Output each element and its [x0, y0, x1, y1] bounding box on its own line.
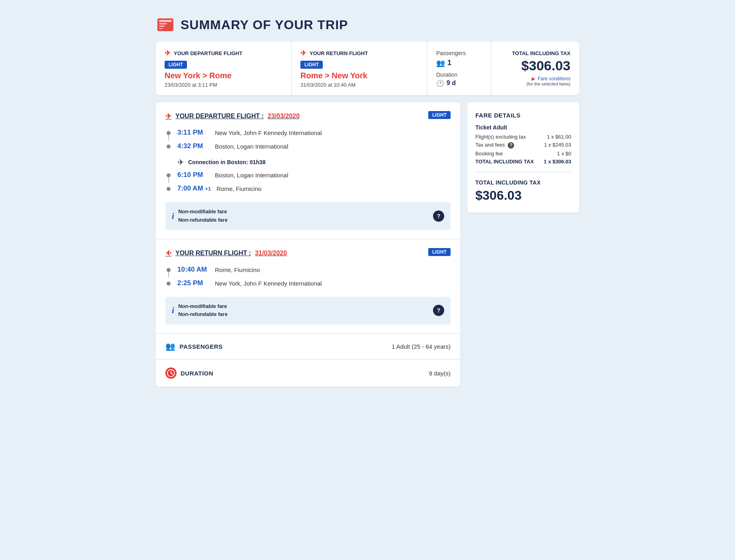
fare-panel: FARE DETAILS Ticket Adult Flight(s) excl…	[467, 102, 579, 212]
fare-row-booking: Booking fee 1 x $0	[475, 151, 571, 157]
dep-place-2: Boston, Logan International	[215, 142, 288, 151]
page-title: SUMMARY OF YOUR TRIP	[181, 18, 348, 32]
fare-row-tax: Tax and fees ? 1 x $245.03	[475, 142, 571, 149]
connection-plane-icon: ✈	[177, 157, 184, 167]
summary-departure-section: ✈ YOUR DEPARTURE FLIGHT LIGHT New York >…	[156, 42, 292, 95]
fare-ticket-label: Ticket Adult	[475, 124, 571, 131]
departure-flight-block: ✈ YOUR DEPARTURE FLIGHT : 23/03/2020 LIG…	[156, 102, 460, 239]
duration-row-icon	[165, 367, 177, 379]
passengers-row-left: 👥 PASSENGERS	[165, 342, 223, 351]
total-amount: $306.03	[521, 58, 570, 73]
passengers-icon: 👥	[436, 59, 445, 68]
passengers-row: 👥 PASSENGERS 1 Adult (25 - 64 years)	[156, 334, 460, 359]
fare-row-flights: Flight(s) excluding tax 1 x $61.00	[475, 134, 571, 140]
svg-rect-2	[159, 23, 167, 24]
dep-place-3: Boston, Logan International	[215, 171, 288, 180]
total-label: TOTAL INCLUDING TAX	[512, 50, 570, 56]
chevron-right-icon: ▶	[532, 76, 535, 81]
return-route: Rome > New York	[300, 71, 418, 80]
main-content: ✈ YOUR DEPARTURE FLIGHT : 23/03/2020 LIG…	[156, 102, 579, 387]
ret-fare-info-text: Non-modifiable fare Non-refundable fare	[178, 302, 228, 319]
plane-return-icon: ✈	[300, 49, 306, 58]
return-block-badge: LIGHT	[428, 248, 451, 256]
dep-place-4: Rome, Fiumicino	[217, 185, 262, 194]
stop-dot-3	[167, 173, 171, 177]
dep-stop-4: 7:00 AM +1 Rome, Fiumicino	[165, 185, 451, 196]
plane-dep-block-icon: ✈	[165, 112, 171, 121]
ret-time-2: 2:25 PM	[177, 279, 209, 287]
dep-fare-info-text: Non-modifiable fare Non-refundable fare	[178, 208, 228, 224]
dep-time-3: 6:10 PM	[177, 171, 209, 179]
return-fare-info-box: i Non-modifiable fare Non-refundable far…	[165, 297, 451, 325]
departure-fare-info-box: i Non-modifiable fare Non-refundable far…	[165, 202, 451, 230]
duration-label: Duration	[436, 71, 457, 78]
summary-passengers-section: Passengers 👥 1 Duration 🕐 9 d	[427, 42, 491, 95]
ret-line-1	[168, 272, 169, 278]
departure-block-badge: LIGHT	[428, 111, 451, 119]
duration-row-left: DURATION	[165, 367, 213, 379]
fare-conditions-link[interactable]: ▶ Fare conditions	[532, 76, 570, 81]
fare-row-tax-label: Tax and fees ?	[475, 142, 514, 149]
stop-line-3	[168, 177, 169, 183]
dep-stop-3: 6:10 PM Boston, Logan International	[165, 171, 451, 183]
stop-dot-1	[167, 131, 171, 135]
fare-divider	[475, 172, 571, 172]
fare-row-total-value: 1 x $306.03	[544, 159, 571, 165]
fare-row-flights-value: 1 x $61.00	[547, 134, 571, 140]
info-icon-dep: i	[172, 211, 174, 221]
dep-place-1: New York, John F Kennedy International	[215, 129, 322, 138]
dep-stop-2: 4:32 PM Boston, Logan International	[165, 142, 451, 153]
stop-dot-2	[167, 145, 171, 149]
dep-stop-1: 3:11 PM New York, John F Kennedy Interna…	[165, 129, 451, 141]
ret-dot-2	[167, 282, 171, 286]
passengers-value: 👥 1	[436, 59, 451, 68]
fare-details-title: FARE DETAILS	[475, 112, 571, 119]
ret-help-button[interactable]: ?	[433, 305, 444, 316]
fare-total-label: TOTAL INCLUDING TAX	[475, 179, 571, 186]
dep-time-4: 7:00 AM +1	[177, 185, 211, 193]
connection-row: ✈ Connection in Boston: 01h38	[177, 157, 451, 167]
ret-stop-1: 10:40 AM Rome, Fiumicino	[165, 266, 451, 278]
svg-rect-3	[159, 26, 165, 27]
plus-1-badge: +1	[205, 186, 211, 192]
ret-place-1: Rome, Fiumicino	[215, 266, 260, 275]
passengers-row-icon: 👥	[165, 342, 176, 351]
departure-label: ✈ YOUR DEPARTURE FLIGHT	[165, 49, 282, 58]
ret-place-2: New York, John F Kennedy International	[215, 279, 322, 288]
return-label: ✈ YOUR RETURN FLIGHT	[300, 49, 418, 58]
departure-block-title: ✈ YOUR DEPARTURE FLIGHT : 23/03/2020	[165, 112, 300, 121]
tax-help-icon[interactable]: ?	[508, 142, 514, 149]
dep-time-2: 4:32 PM	[177, 142, 209, 150]
stop-dot-4	[167, 187, 171, 191]
passengers-label: Passengers	[436, 50, 466, 56]
page-header: SUMMARY OF YOUR TRIP	[156, 8, 579, 42]
fare-conditions-sub: (for the selected fares)	[526, 81, 570, 86]
return-block-header: ✈ YOUR RETURN FLIGHT : 31/03/2020 LIGHT	[165, 248, 451, 258]
fare-row-booking-label: Booking fee	[475, 151, 503, 157]
ticket-icon	[156, 15, 175, 34]
ret-stop-2: 2:25 PM New York, John F Kennedy Interna…	[165, 279, 451, 290]
svg-rect-1	[159, 20, 172, 22]
fare-row-booking-value: 1 x $0	[557, 151, 571, 157]
departure-route: New York > Rome	[165, 71, 282, 80]
ret-time-1: 10:40 AM	[177, 266, 209, 274]
summary-return-section: ✈ YOUR RETURN FLIGHT LIGHT Rome > New Yo…	[292, 42, 427, 95]
summary-total-section: TOTAL INCLUDING TAX $306.03 ▶ Fare condi…	[491, 42, 579, 95]
return-datetime: 31/03/2020 at 10:40 AM	[300, 82, 418, 88]
fare-row-tax-value: 1 x $245.03	[544, 142, 571, 149]
plane-departure-icon: ✈	[165, 49, 171, 58]
stop-line-1	[168, 135, 169, 141]
passengers-row-right: 1 Adult (25 - 64 years)	[391, 343, 451, 350]
return-block-title: ✈ YOUR RETURN FLIGHT : 31/03/2020	[165, 249, 287, 258]
return-badge: LIGHT	[300, 61, 323, 69]
fare-row-total-label: TOTAL INCLUDING TAX	[475, 159, 534, 165]
connection-text: Connection in Boston: 01h38	[188, 159, 266, 165]
duration-value: 🕐 9 d	[436, 79, 456, 87]
fare-total-amount: $306.03	[475, 188, 571, 203]
departure-block-header: ✈ YOUR DEPARTURE FLIGHT : 23/03/2020 LIG…	[165, 111, 451, 121]
fare-row-flights-label: Flight(s) excluding tax	[475, 134, 526, 140]
flights-panel: ✈ YOUR DEPARTURE FLIGHT : 23/03/2020 LIG…	[156, 102, 460, 387]
dep-help-button[interactable]: ?	[433, 210, 444, 222]
departure-datetime: 23/03/2020 at 3:11 PM	[165, 82, 282, 88]
summary-bar: ✈ YOUR DEPARTURE FLIGHT LIGHT New York >…	[156, 42, 579, 95]
